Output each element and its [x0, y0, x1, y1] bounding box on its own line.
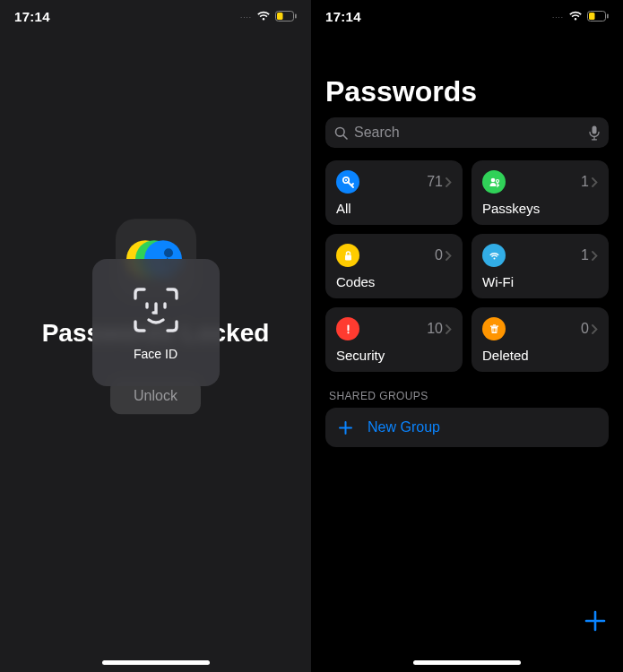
cellular-dots-icon: ....	[240, 12, 252, 20]
svg-rect-1	[277, 13, 283, 20]
battery-icon	[275, 11, 297, 22]
passkey-icon	[482, 170, 506, 194]
svg-rect-23	[493, 324, 496, 325]
search-bar[interactable]	[325, 117, 609, 148]
svg-rect-12	[593, 125, 597, 134]
home-indicator[interactable]	[102, 660, 210, 665]
tile-security[interactable]: 10 Security	[325, 307, 463, 372]
page-title: Passwords	[325, 75, 609, 108]
svg-point-6	[164, 248, 173, 257]
tile-passkeys[interactable]: 1 Passkeys	[472, 160, 609, 225]
tile-count: 10	[427, 321, 443, 337]
chevron-right-icon	[446, 177, 452, 187]
wifi-icon	[568, 11, 583, 22]
tile-label: Deleted	[482, 348, 598, 363]
cellular-dots-icon: ....	[552, 12, 564, 20]
tile-label: Security	[336, 348, 452, 363]
wifi-icon	[482, 244, 506, 267]
chevron-right-icon	[592, 177, 598, 187]
chevron-right-icon	[446, 251, 452, 261]
status-time: 17:14	[325, 9, 361, 24]
wifi-icon	[256, 11, 271, 22]
new-group-button[interactable]: New Group	[325, 408, 609, 447]
tile-count: 1	[581, 247, 589, 263]
category-tiles: 71 All 1 Passkeys	[325, 160, 609, 372]
tile-deleted[interactable]: 0 Deleted	[472, 307, 609, 372]
svg-rect-19	[345, 254, 351, 260]
tile-count: 0	[581, 321, 589, 337]
tile-count: 0	[435, 247, 443, 263]
status-time: 17:14	[14, 9, 50, 24]
faceid-dialog: Face ID	[92, 259, 220, 386]
chevron-right-icon	[592, 251, 598, 261]
status-right: ....	[552, 11, 609, 22]
svg-rect-2	[295, 14, 297, 19]
main-content: Passwords 71	[311, 54, 623, 672]
new-group-label: New Group	[368, 419, 440, 435]
svg-point-21	[347, 332, 349, 333]
tile-codes[interactable]: 0 Codes	[325, 234, 463, 298]
lock-screen: 17:14 ....	[0, 0, 311, 672]
home-indicator[interactable]	[413, 660, 521, 665]
status-right: ....	[240, 11, 297, 22]
passwords-screen: 17:14 .... Passwords	[311, 0, 623, 672]
tile-count: 1	[581, 174, 589, 190]
search-icon	[334, 126, 348, 140]
battery-icon	[587, 11, 609, 22]
tile-count: 71	[427, 174, 443, 190]
svg-rect-22	[490, 325, 498, 326]
svg-rect-8	[589, 13, 595, 20]
tile-label: All	[336, 201, 452, 216]
status-bar: 17:14 ....	[0, 0, 311, 32]
svg-rect-9	[607, 14, 609, 19]
shared-groups-header: SHARED GROUPS	[325, 390, 609, 402]
tile-label: Wi-Fi	[482, 274, 598, 289]
svg-point-16	[345, 179, 347, 181]
plus-icon	[338, 420, 353, 435]
add-button[interactable]	[584, 609, 607, 633]
trash-icon	[482, 317, 506, 340]
search-input[interactable]	[354, 125, 583, 141]
tile-label: Passkeys	[482, 201, 598, 216]
mic-icon[interactable]	[589, 125, 600, 141]
chevron-right-icon	[446, 324, 452, 334]
tile-wifi[interactable]: 1 Wi-Fi	[472, 234, 609, 298]
key-icon	[336, 170, 359, 194]
svg-line-11	[343, 135, 347, 139]
tile-all[interactable]: 71 All	[325, 160, 463, 225]
lock-icon	[336, 244, 359, 267]
faceid-label: Face ID	[134, 347, 177, 361]
faceid-icon	[130, 284, 182, 336]
svg-point-17	[490, 177, 495, 182]
tile-label: Codes	[336, 274, 452, 289]
chevron-right-icon	[592, 324, 598, 334]
alert-icon	[336, 317, 359, 340]
status-bar: 17:14 ....	[311, 0, 623, 32]
